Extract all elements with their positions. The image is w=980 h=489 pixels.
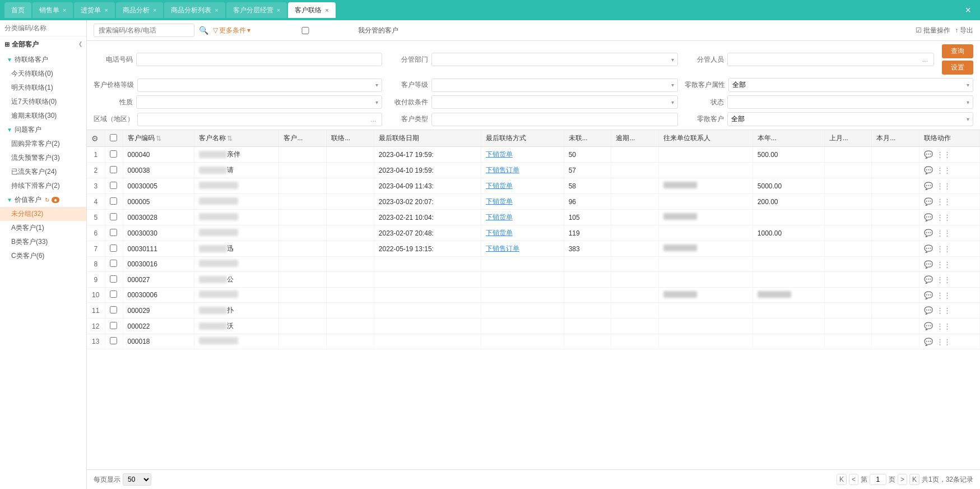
- tab-purchase[interactable]: 进货单 ×: [74, 2, 114, 18]
- contact-icon[interactable]: 💬: [924, 338, 933, 346]
- row-checkbox[interactable]: [110, 306, 117, 313]
- contact-icon[interactable]: 💬: [924, 229, 933, 237]
- row-checkbox[interactable]: [110, 322, 117, 329]
- tab-analysis[interactable]: 商品分析 ×: [116, 2, 163, 18]
- last-page-button[interactable]: K: [909, 474, 919, 485]
- retail-attr-input[interactable]: 全部 ▾: [728, 78, 973, 92]
- sidebar-group-value[interactable]: ▼ 价值客户 ↻ ●: [0, 193, 86, 207]
- status-input[interactable]: ▾: [727, 95, 973, 109]
- sidebar-item-abnormal[interactable]: 固购异常客户(2): [0, 137, 86, 151]
- my-customers-checkbox[interactable]: 我分管的客户: [255, 26, 398, 35]
- contact-icon[interactable]: 💬: [924, 260, 933, 269]
- last-way-link[interactable]: 下销货单: [486, 197, 513, 205]
- last-way-link[interactable]: 下销售订单: [486, 245, 519, 252]
- tab-home[interactable]: 首页: [4, 2, 31, 18]
- more-icon[interactable]: ⋮⋮: [936, 213, 951, 222]
- per-page-select[interactable]: 50 100 200: [123, 473, 151, 486]
- sidebar-search-input[interactable]: [4, 24, 87, 32]
- sort-icon2[interactable]: ⇅: [227, 135, 233, 142]
- tab-analysis-close[interactable]: ×: [153, 7, 156, 13]
- tab-customer-layer-close[interactable]: ×: [277, 7, 280, 13]
- sidebar-group-pending[interactable]: ▼ 待联络客户: [0, 53, 86, 67]
- sidebar-item-today[interactable]: 今天待联络(0): [0, 67, 86, 81]
- tab-purchase-close[interactable]: ×: [104, 7, 108, 13]
- row-checkbox[interactable]: [110, 166, 117, 173]
- dept-input[interactable]: ▾: [431, 53, 677, 66]
- row-checkbox[interactable]: [110, 245, 117, 252]
- sidebar-item-decline[interactable]: 持续下滑客户(2): [0, 179, 86, 193]
- contact-icon[interactable]: 💬: [924, 213, 933, 222]
- ellipsis-icon2[interactable]: ...: [368, 116, 378, 123]
- contact-icon[interactable]: 💬: [924, 150, 933, 159]
- row-checkbox[interactable]: [110, 213, 117, 220]
- last-way-link[interactable]: 下销售订单: [486, 166, 519, 174]
- more-icon[interactable]: ⋮⋮: [936, 182, 951, 190]
- contact-icon[interactable]: 💬: [924, 322, 933, 330]
- next-page-button[interactable]: >: [898, 474, 907, 485]
- row-checkbox[interactable]: [110, 275, 117, 283]
- row-checkbox[interactable]: [110, 197, 117, 205]
- settings-icon[interactable]: ⚙: [91, 134, 99, 143]
- row-checkbox[interactable]: [110, 150, 117, 158]
- last-way-link[interactable]: 下销货单: [486, 213, 513, 221]
- reset-button[interactable]: 设置: [942, 61, 973, 75]
- more-icon[interactable]: ⋮⋮: [936, 275, 951, 284]
- sidebar-item-lost[interactable]: 已流失客户(24): [0, 165, 86, 179]
- export-button[interactable]: ↑ 导出: [955, 26, 973, 35]
- nature-input[interactable]: ▾: [136, 95, 382, 109]
- sidebar-group-problem[interactable]: ▼ 问题客户: [0, 123, 86, 137]
- query-button[interactable]: 查询: [942, 44, 973, 58]
- customer-level-input[interactable]: ▾: [431, 79, 677, 92]
- more-icon[interactable]: ⋮⋮: [936, 166, 951, 174]
- sort-icon[interactable]: ⇅: [156, 135, 161, 142]
- contact-icon[interactable]: 💬: [924, 245, 933, 253]
- sidebar-item-tomorrow[interactable]: 明天待联络(1): [0, 81, 86, 95]
- my-customers-check[interactable]: [255, 27, 356, 34]
- more-icon[interactable]: ⋮⋮: [936, 338, 951, 346]
- sidebar-item-unclassified[interactable]: 未分组(32): [0, 207, 86, 221]
- customer-type-input[interactable]: [431, 113, 677, 126]
- last-way-link[interactable]: 下销货单: [486, 150, 513, 158]
- tab-analysis-list-close[interactable]: ×: [215, 7, 218, 13]
- sidebar-item-near7days[interactable]: 近7天待联络(0): [0, 95, 86, 109]
- more-icon[interactable]: ⋮⋮: [936, 306, 951, 315]
- sidebar-item-overdue[interactable]: 逾期未联络(30): [0, 109, 86, 123]
- sidebar-all-customers[interactable]: ⊞ 全部客户 《: [0, 36, 86, 53]
- tab-customer-layer[interactable]: 客户分层经营 ×: [226, 2, 287, 18]
- contact-icon[interactable]: 💬: [924, 306, 933, 315]
- row-checkbox[interactable]: [110, 290, 117, 298]
- row-checkbox[interactable]: [110, 182, 117, 189]
- tab-customer-contact[interactable]: 客户联络 ×: [288, 2, 335, 18]
- more-icon[interactable]: ⋮⋮: [936, 260, 951, 269]
- sidebar-item-group-a[interactable]: A类客户(1): [0, 221, 86, 235]
- contact-icon[interactable]: 💬: [924, 166, 933, 174]
- page-number-input[interactable]: [870, 474, 886, 485]
- more-icon[interactable]: ⋮⋮: [936, 245, 951, 253]
- ellipsis-icon[interactable]: ...: [920, 56, 930, 63]
- last-way-link[interactable]: 下销货单: [486, 229, 513, 237]
- tab-sales-close[interactable]: ×: [63, 7, 66, 13]
- phone-input[interactable]: [136, 53, 382, 66]
- tab-customer-contact-close[interactable]: ×: [325, 7, 328, 13]
- retail-customer-input[interactable]: 全部 ▾: [727, 112, 973, 126]
- refresh-icon[interactable]: ↻: [45, 197, 49, 203]
- sidebar-item-churn[interactable]: 流失预警客户(3): [0, 151, 86, 165]
- search-icon[interactable]: 🔍: [199, 26, 208, 35]
- contact-icon[interactable]: 💬: [924, 275, 933, 284]
- select-all-checkbox[interactable]: [110, 134, 117, 141]
- more-icon[interactable]: ⋮⋮: [936, 197, 951, 206]
- more-icon[interactable]: ⋮⋮: [936, 229, 951, 237]
- row-checkbox[interactable]: [110, 337, 117, 344]
- sidebar-item-group-c[interactable]: C类客户(6): [0, 249, 86, 263]
- batch-ops-button[interactable]: ☑ 批量操作: [916, 26, 950, 35]
- first-page-button[interactable]: K: [837, 474, 847, 485]
- row-checkbox[interactable]: [110, 229, 117, 236]
- region-input[interactable]: ...: [137, 113, 382, 126]
- more-conditions-button[interactable]: ▽ 更多条件 ▾: [213, 26, 250, 35]
- window-close-button[interactable]: ×: [960, 4, 976, 16]
- prev-page-button[interactable]: <: [849, 474, 858, 485]
- row-checkbox[interactable]: [110, 260, 117, 267]
- search-input[interactable]: [94, 24, 194, 37]
- more-icon[interactable]: ⋮⋮: [936, 150, 951, 159]
- tab-analysis-list[interactable]: 商品分析列表 ×: [164, 2, 225, 18]
